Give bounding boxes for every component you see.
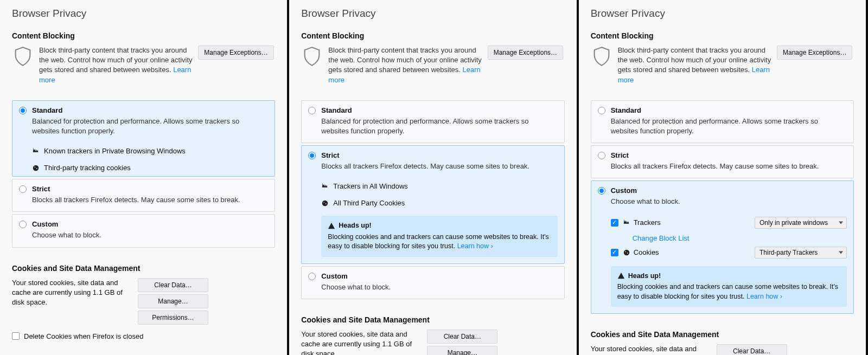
radio-strict[interactable] bbox=[308, 152, 316, 159]
learn-how-link[interactable]: Learn how bbox=[457, 242, 493, 250]
cookies-label: Cookies bbox=[634, 248, 755, 256]
radio-custom[interactable] bbox=[19, 221, 27, 228]
manage-exceptions-button[interactable]: Manage Exceptions… bbox=[198, 46, 273, 60]
trackers-select[interactable]: Only in private windows bbox=[755, 217, 847, 229]
svg-point-3 bbox=[322, 201, 328, 206]
svg-point-6 bbox=[623, 249, 629, 255]
radio-standard[interactable] bbox=[19, 107, 27, 114]
option-custom-desc: Choose what to block. bbox=[302, 282, 564, 299]
option-standard-title: Standard bbox=[611, 106, 641, 114]
headsup-box: Heads up! Blocking cookies and and track… bbox=[321, 216, 557, 257]
option-strict-title: Strict bbox=[321, 151, 339, 159]
privacy-panel-custom: Browser Privacy Content Blocking Block t… bbox=[579, 0, 868, 355]
strict-item-cookies: All Third Party Cookies bbox=[302, 195, 564, 211]
privacy-panel-strict: Browser Privacy Content Blocking Block t… bbox=[289, 0, 578, 355]
option-strict[interactable]: Strict Blocks all trackers Firefox detec… bbox=[591, 145, 854, 178]
tracker-icon bbox=[321, 183, 329, 190]
cookies-checkbox[interactable] bbox=[611, 249, 618, 256]
cookie-icon bbox=[321, 199, 329, 207]
content-blocking-heading: Content Blocking bbox=[301, 31, 564, 40]
svg-point-8 bbox=[627, 253, 628, 254]
cookie-icon bbox=[623, 249, 630, 256]
radio-strict[interactable] bbox=[598, 152, 605, 159]
option-custom-desc: Choose what to block. bbox=[591, 197, 853, 213]
shield-icon bbox=[12, 46, 34, 67]
option-standard-desc: Balanced for protection and performance.… bbox=[12, 117, 275, 143]
option-standard[interactable]: Standard Balanced for protection and per… bbox=[12, 100, 275, 177]
page-title: Browser Privacy bbox=[591, 8, 854, 20]
custom-cookies-row: Cookies Third-party Trackers bbox=[591, 243, 853, 262]
manage-exceptions-button[interactable]: Manage Exceptions… bbox=[777, 46, 852, 60]
clear-data-button[interactable]: Clear Data… bbox=[138, 278, 208, 292]
svg-point-0 bbox=[33, 165, 39, 171]
cookies-select[interactable]: Third-party Trackers bbox=[755, 247, 847, 259]
svg-point-7 bbox=[625, 251, 626, 252]
option-custom[interactable]: Custom Choose what to block. bbox=[301, 266, 564, 299]
standard-item-cookies: Third-party tracking cookies bbox=[12, 159, 275, 176]
option-custom-title: Custom bbox=[321, 272, 347, 280]
change-block-list-link[interactable]: Change Block List bbox=[591, 232, 853, 243]
cookies-summary: Your stored cookies, site data and cache… bbox=[591, 344, 710, 355]
content-blocking-description: Block third-party content that tracks yo… bbox=[618, 46, 771, 85]
page-title: Browser Privacy bbox=[12, 8, 275, 20]
shield-icon bbox=[591, 46, 612, 67]
manage-button[interactable]: Manage… bbox=[427, 346, 497, 355]
custom-trackers-row: Trackers Only in private windows bbox=[591, 214, 853, 232]
option-strict-title: Strict bbox=[611, 151, 629, 159]
option-custom-desc: Choose what to block. bbox=[12, 230, 275, 247]
radio-custom[interactable] bbox=[308, 273, 316, 280]
cookies-summary: Your stored cookies, site data and cache… bbox=[12, 278, 131, 308]
option-custom[interactable]: Custom Choose what to block. Trackers On… bbox=[591, 180, 854, 314]
standard-item-trackers: Known trackers in Private Browsing Windo… bbox=[12, 143, 275, 159]
option-strict[interactable]: Strict Blocks all trackers Firefox detec… bbox=[12, 179, 275, 212]
option-standard[interactable]: Standard Balanced for protection and per… bbox=[591, 100, 854, 143]
manage-button[interactable]: Manage… bbox=[138, 294, 208, 308]
shield-icon bbox=[301, 46, 323, 67]
option-standard-desc: Balanced for protection and performance.… bbox=[302, 117, 564, 143]
option-strict[interactable]: Strict Blocks all trackers Firefox detec… bbox=[301, 145, 564, 264]
cookies-heading: Cookies and Site Data Management bbox=[301, 315, 564, 324]
cookies-summary: Your stored cookies, site data and cache… bbox=[301, 330, 420, 355]
cookies-heading: Cookies and Site Data Management bbox=[12, 264, 275, 273]
radio-standard[interactable] bbox=[308, 107, 316, 114]
option-strict-desc: Blocks all trackers Firefox detects. May… bbox=[302, 162, 564, 178]
page-title: Browser Privacy bbox=[301, 8, 564, 20]
svg-point-1 bbox=[34, 166, 35, 167]
content-blocking-description: Block third-party content that tracks yo… bbox=[39, 46, 193, 85]
content-blocking-description: Block third-party content that tracks yo… bbox=[328, 46, 482, 85]
svg-point-2 bbox=[36, 168, 37, 169]
option-strict-desc: Blocks all trackers Firefox detects. May… bbox=[591, 162, 853, 178]
option-standard-desc: Balanced for protection and performance.… bbox=[591, 117, 853, 143]
clear-data-button[interactable]: Clear Data… bbox=[717, 344, 787, 355]
warning-icon bbox=[617, 272, 625, 280]
clear-data-button[interactable]: Clear Data… bbox=[427, 330, 497, 344]
content-blocking-heading: Content Blocking bbox=[591, 31, 854, 40]
manage-exceptions-button[interactable]: Manage Exceptions… bbox=[488, 46, 563, 60]
option-custom-title: Custom bbox=[611, 186, 637, 195]
option-standard-title: Standard bbox=[32, 106, 62, 114]
trackers-label: Trackers bbox=[634, 218, 755, 227]
option-custom[interactable]: Custom Choose what to block. bbox=[12, 214, 275, 247]
content-blocking-heading: Content Blocking bbox=[12, 31, 275, 40]
option-custom-title: Custom bbox=[32, 220, 58, 228]
svg-point-5 bbox=[326, 203, 327, 204]
option-strict-title: Strict bbox=[32, 185, 50, 193]
svg-point-4 bbox=[324, 202, 325, 203]
option-standard[interactable]: Standard Balanced for protection and per… bbox=[301, 100, 564, 143]
delete-on-close-checkbox[interactable] bbox=[12, 332, 20, 340]
option-strict-desc: Blocks all trackers Firefox detects. May… bbox=[12, 195, 275, 211]
trackers-checkbox[interactable] bbox=[611, 219, 618, 227]
permissions-button[interactable]: Permissions… bbox=[138, 311, 208, 325]
radio-strict[interactable] bbox=[19, 185, 27, 193]
tracker-icon bbox=[623, 219, 630, 227]
learn-how-link[interactable]: Learn how bbox=[746, 293, 782, 300]
tracker-icon bbox=[32, 147, 40, 155]
option-standard-title: Standard bbox=[321, 106, 352, 114]
warning-icon bbox=[328, 222, 335, 230]
strict-item-trackers: Trackers in All Windows bbox=[302, 178, 564, 195]
headsup-box: Heads up! Blocking cookies and and track… bbox=[611, 266, 847, 307]
privacy-panel-standard: Browser Privacy Content Blocking Block t… bbox=[0, 0, 289, 355]
radio-standard[interactable] bbox=[598, 107, 605, 114]
delete-on-close-label: Delete Cookies when Firefox is closed bbox=[24, 332, 143, 340]
radio-custom[interactable] bbox=[598, 187, 605, 195]
